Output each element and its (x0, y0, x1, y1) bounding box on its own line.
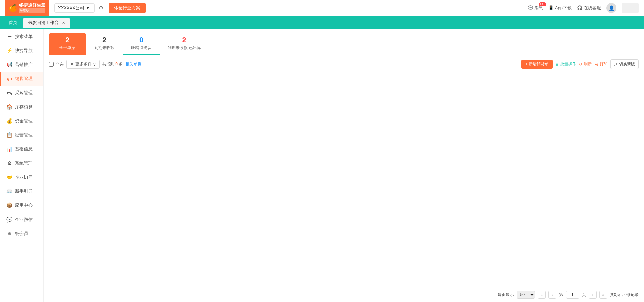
next-page-button[interactable]: › (589, 291, 597, 299)
search-menu-icon: ☰ (6, 34, 12, 40)
sidebar-item-label: 快捷导航 (15, 48, 33, 54)
sidebar-item-quick-nav[interactable]: ⚡ 快捷导航 (0, 44, 43, 58)
sidebar-item-app-center[interactable]: 📦 应用中心 (0, 198, 43, 213)
print-icon: 🖨 (594, 62, 598, 67)
sidebar-item-label: 搜索菜单 (15, 34, 33, 40)
stat-tab-wangpai[interactable]: 0 旺辅待确认 (123, 33, 160, 55)
found-prefix: 共找到 (102, 62, 114, 66)
related-bills-link[interactable]: 相关单据 (125, 61, 142, 67)
print-button[interactable]: 🖨 打印 (594, 61, 608, 67)
sidebar-item-operations[interactable]: 📋 经营管理 (0, 128, 43, 142)
sidebar-item-purchase[interactable]: 🛍 采购管理 (0, 86, 43, 100)
sidebar-item-inventory[interactable]: 🏠 库存核算 (0, 100, 43, 114)
per-page-select[interactable]: 50 100 200 (517, 291, 535, 299)
base-info-icon: 📊 (6, 146, 12, 152)
sidebar-item-member[interactable]: ♛ 畅会员 (0, 227, 43, 241)
message-badge: 99+ (539, 2, 546, 6)
sidebar-item-beginner[interactable]: 📖 新手引导 (0, 184, 43, 198)
chevron-down-icon: ▼ (86, 5, 90, 10)
new-sale-button[interactable]: + 新增销货单 (521, 60, 553, 69)
sidebar-item-label: 企业协同 (15, 174, 33, 180)
capital-icon: 💰 (6, 118, 12, 124)
system-icon: ⚙ (6, 160, 12, 166)
sidebar-item-wechat[interactable]: 💬 企业微信 (0, 213, 43, 227)
message-action[interactable]: 💬 消息 99+ (528, 5, 543, 11)
avatar[interactable]: 👤 (606, 3, 616, 13)
member-icon: ♛ (6, 231, 12, 237)
stat-wangpai-label: 旺辅待确认 (131, 45, 151, 51)
chevron-icon: ∨ (93, 62, 96, 67)
more-conditions-label: 更多条件 (75, 61, 92, 67)
sidebar-item-sales[interactable]: 🏷 销售管理 (0, 72, 43, 86)
app-download-action[interactable]: 📱 App下载 (548, 5, 572, 11)
sidebar-item-base-info[interactable]: 📊 基础信息 (0, 142, 43, 156)
stat-overdue-label: 到期未收款 (94, 45, 114, 51)
app-download-label: App下载 (555, 5, 572, 11)
page-label: 第 (559, 292, 563, 298)
found-count: 0 (115, 62, 118, 66)
sidebar-item-label: 应用中心 (15, 202, 33, 208)
stat-tab-overdue-unshipped[interactable]: 2 到期未收款 已出库 (160, 33, 209, 55)
online-service-icon: 🎧 (577, 5, 582, 10)
stat-tab-all[interactable]: 2 全部单据 (49, 33, 86, 55)
more-conditions-button[interactable]: ▼ 更多条件 ∨ (66, 60, 100, 69)
page-suffix: 页 (582, 292, 586, 298)
tab-home[interactable]: 首页 (4, 18, 22, 28)
last-page-button[interactable]: » (599, 291, 607, 299)
found-unit: 条 (119, 62, 123, 66)
header-right: 💬 消息 99+ 📱 App下载 🎧 在线客服 👤 (528, 3, 639, 13)
tab-workbench[interactable]: 钱货日清工作台 ✕ (23, 18, 70, 28)
select-all-checkbox[interactable]: 全选 (49, 61, 64, 67)
enterprise-icon: 🤝 (6, 174, 12, 180)
user-name-area[interactable] (622, 3, 639, 13)
prev-page-button[interactable]: ‹ (548, 291, 556, 299)
company-name: XXXXXX公司 (58, 5, 84, 11)
marketing-icon: 📢 (6, 62, 12, 68)
select-all-input[interactable] (49, 62, 54, 67)
page-input[interactable] (566, 291, 579, 299)
batch-op-button[interactable]: ⊞ 批量操作 (555, 61, 576, 67)
content-area: 2 全部单据 2 到期未收款 0 旺辅待确认 2 到期未收款 已出库 全选 (44, 29, 644, 302)
sidebar-item-capital[interactable]: 💰 资金管理 (0, 114, 43, 128)
stat-tab-overdue-unpaid[interactable]: 2 到期未收款 (86, 33, 123, 55)
logo-icon: 🍊 (9, 4, 17, 12)
inventory-icon: 🏠 (6, 104, 12, 110)
tab-home-label: 首页 (9, 20, 17, 26)
refresh-button[interactable]: ↺ 刷新 (579, 61, 592, 67)
batch-op-icon: ⊞ (555, 62, 559, 67)
stat-unshipped-num: 2 (182, 36, 186, 44)
settings-icon[interactable]: ⚙ (97, 3, 105, 12)
first-page-button[interactable]: « (538, 291, 546, 299)
refresh-icon: ↺ (579, 62, 582, 67)
sidebar-item-marketing[interactable]: 📢 营销推广 (0, 58, 43, 72)
company-selector[interactable]: XXXXXX公司 ▼ (54, 3, 95, 13)
app-center-icon: 📦 (6, 202, 12, 208)
stat-wangpai-num: 0 (139, 36, 143, 44)
online-service-action[interactable]: 🎧 在线客服 (577, 5, 601, 11)
app-download-icon: 📱 (548, 5, 554, 10)
top-header: 🍊 畅捷通好生意 标准版 XXXXXX公司 ▼ ⚙ 体验行业方案 💬 消息 99… (0, 0, 644, 16)
refresh-label: 刷新 (584, 61, 592, 67)
wechat-icon: 💬 (6, 217, 12, 223)
print-label: 打印 (600, 61, 608, 67)
sidebar-item-enterprise[interactable]: 🤝 企业协同 (0, 170, 43, 184)
stat-all-label: 全部单据 (59, 45, 75, 51)
sidebar-item-label: 库存核算 (15, 104, 33, 110)
sidebar-item-search-menu[interactable]: ☰ 搜索菜单 (0, 29, 43, 44)
logo-badge: 标准版 (19, 8, 45, 13)
sidebar-item-label: 系统管理 (15, 160, 33, 166)
trial-button[interactable]: 体验行业方案 (109, 3, 146, 13)
sidebar-item-system[interactable]: ⚙ 系统管理 (0, 156, 43, 170)
batch-op-label: 批量操作 (560, 61, 576, 67)
purchase-icon: 🛍 (6, 90, 12, 96)
online-service-label: 在线客服 (584, 5, 601, 11)
tab-close-icon[interactable]: ✕ (62, 21, 65, 25)
logo-main: 畅捷通好生意 (19, 3, 45, 8)
switch-label: 切换新版 (619, 61, 635, 67)
switch-version-button[interactable]: ⇄ 切换新版 (610, 59, 639, 69)
toolbar-left: 全选 ▼ 更多条件 ∨ 共找到 0 条 相关单据 (49, 60, 519, 69)
select-all-label: 全选 (55, 61, 64, 67)
main-layout: ☰ 搜索菜单 ⚡ 快捷导航 📢 营销推广 🏷 销售管理 🛍 采购管理 🏠 库存核… (0, 29, 644, 302)
total-text: 共0页，0条记录 (610, 292, 639, 298)
toolbar: 全选 ▼ 更多条件 ∨ 共找到 0 条 相关单据 + 新增销货单 ⊞ 批 (44, 55, 644, 73)
